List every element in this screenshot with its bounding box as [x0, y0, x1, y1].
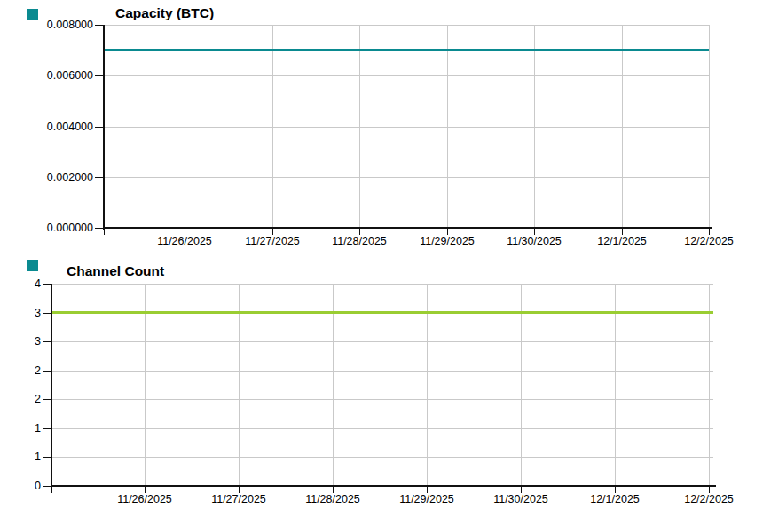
gridline-horizontal — [105, 25, 709, 26]
y-axis-label: 0.000000 — [0, 221, 93, 235]
gridline-vertical — [709, 25, 710, 228]
gridline-vertical — [534, 25, 535, 228]
y-axis-line — [51, 284, 52, 488]
y-axis-tick-mark — [43, 428, 51, 429]
series-line — [105, 49, 709, 51]
x-axis-label: 11/29/2025 — [405, 235, 490, 248]
x-axis-label: 12/2/2025 — [666, 493, 751, 506]
x-axis-line — [103, 227, 712, 229]
x-axis-tick-mark — [534, 229, 535, 235]
y-axis-tick-mark — [95, 127, 103, 128]
gridline-vertical — [447, 25, 448, 228]
x-axis-label: 11/26/2025 — [102, 493, 187, 506]
y-axis-tick-mark — [95, 75, 103, 76]
y-axis-tick-mark — [95, 177, 103, 178]
series-line — [52, 311, 713, 314]
gridline-vertical — [521, 284, 522, 486]
x-axis-tick-mark — [709, 487, 710, 493]
y-axis-tick-mark — [43, 399, 51, 400]
x-axis-label: 12/1/2025 — [572, 493, 657, 506]
y-axis-label: 1 — [0, 450, 41, 464]
x-axis-tick-mark — [427, 487, 428, 493]
x-axis-tick-mark — [359, 229, 360, 235]
y-axis-label: 2 — [0, 392, 41, 406]
x-axis-label: 12/2/2025 — [666, 235, 751, 248]
y-axis-label: 0.008000 — [0, 18, 93, 32]
x-axis-origin-tick — [104, 229, 105, 235]
y-axis-tick-mark — [43, 457, 51, 458]
y-axis-line — [103, 25, 105, 230]
gridline-vertical — [333, 284, 334, 486]
x-axis-label: 11/26/2025 — [142, 235, 227, 248]
y-axis-tick-mark — [43, 284, 51, 285]
x-axis-label: 11/30/2025 — [492, 235, 577, 248]
x-axis-label: 11/29/2025 — [384, 493, 469, 506]
x-axis-tick-mark — [615, 487, 616, 493]
gridline-vertical — [427, 284, 428, 486]
x-axis-origin-tick — [51, 487, 52, 493]
x-axis-tick-mark — [521, 487, 522, 493]
x-axis-label: 11/27/2025 — [196, 493, 281, 506]
x-axis-tick-mark — [709, 229, 710, 235]
gridline-vertical — [709, 284, 710, 486]
gridline-vertical — [272, 25, 273, 228]
gridline-vertical — [185, 25, 185, 228]
gridline-vertical — [615, 284, 616, 486]
x-axis-tick-mark — [447, 229, 448, 235]
gridline-vertical — [239, 284, 240, 486]
x-axis-tick-mark — [185, 229, 185, 235]
y-axis-tick-mark — [43, 486, 51, 487]
x-axis-label: 11/27/2025 — [230, 235, 315, 248]
gridline-horizontal — [105, 75, 709, 76]
gridline-vertical — [145, 284, 146, 486]
y-axis-label: 2 — [0, 364, 41, 378]
y-axis-tick-mark — [95, 25, 103, 26]
x-axis-label: 11/30/2025 — [478, 493, 563, 506]
chart-title-channel-count: Channel Count — [67, 263, 164, 279]
y-axis-label: 4 — [0, 277, 41, 291]
x-axis-tick-mark — [333, 487, 334, 493]
gridline-horizontal — [105, 127, 709, 128]
x-axis-line — [51, 485, 716, 487]
y-axis-label: 1 — [0, 421, 41, 435]
chart-dashboard: Capacity (BTC) 0.0080000.0060000.0040000… — [0, 0, 763, 532]
y-axis-tick-mark — [43, 313, 51, 314]
y-axis-label: 0.002000 — [0, 170, 93, 184]
y-axis-tick-mark — [95, 228, 103, 229]
x-axis-tick-mark — [622, 229, 623, 235]
chart-title-capacity: Capacity (BTC) — [115, 5, 214, 21]
y-axis-tick-mark — [43, 371, 51, 372]
x-axis-label: 11/28/2025 — [290, 493, 375, 506]
x-axis-label: 12/1/2025 — [579, 235, 665, 248]
x-axis-label: 11/28/2025 — [317, 235, 402, 248]
gridline-vertical — [359, 25, 360, 228]
y-axis-label: 0.004000 — [0, 120, 93, 134]
x-axis-tick-mark — [145, 487, 146, 493]
legend-color-swatch — [27, 260, 38, 271]
gridline-vertical — [622, 25, 623, 228]
x-axis-tick-mark — [272, 229, 273, 235]
y-axis-label: 3 — [0, 306, 41, 320]
x-axis-tick-mark — [239, 487, 240, 493]
gridline-horizontal — [105, 177, 709, 178]
y-axis-label: 3 — [0, 334, 41, 348]
y-axis-label: 0 — [0, 479, 41, 493]
y-axis-tick-mark — [43, 341, 51, 342]
y-axis-label: 0.006000 — [0, 68, 93, 82]
